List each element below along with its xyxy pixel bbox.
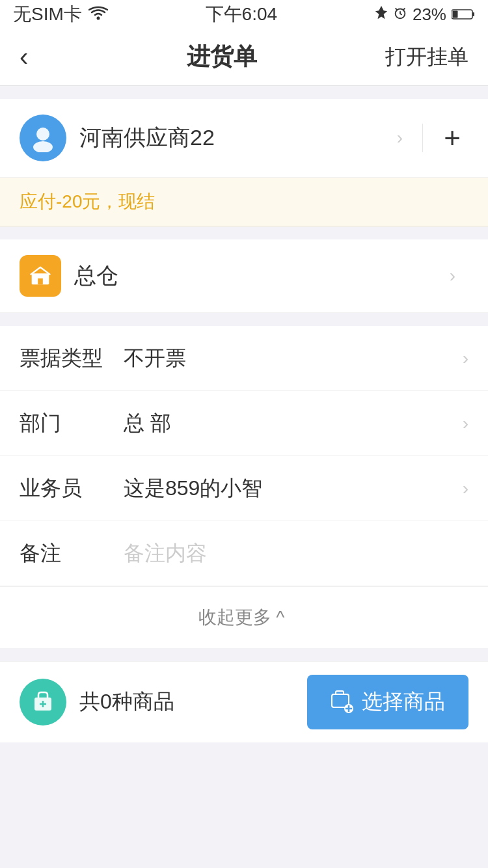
svg-rect-3 (472, 12, 474, 16)
time-label: 下午6:04 (206, 2, 278, 27)
invoice-type-row[interactable]: 票据类型 不开票 › (0, 326, 488, 391)
supplier-row[interactable]: 河南供应商22 › + (0, 99, 488, 178)
warehouse-icon (20, 255, 61, 297)
remark-value[interactable]: 备注内容 (111, 539, 468, 568)
section-gap-1 (0, 86, 488, 99)
invoice-type-value: 不开票 (111, 344, 463, 373)
product-bar: 共0种商品 选择商品 (0, 661, 488, 742)
add-supplier-button[interactable]: + (436, 122, 468, 154)
select-product-label: 选择商品 (362, 688, 445, 716)
location-icon (375, 5, 388, 25)
nav-bar: ‹ 进货单 打开挂单 (0, 29, 488, 86)
department-label: 部门 (20, 409, 111, 438)
remark-label: 备注 (20, 539, 111, 568)
open-pending-button[interactable]: 打开挂单 (385, 43, 468, 72)
supplier-name: 河南供应商22 (79, 123, 397, 153)
wifi-icon (88, 4, 108, 25)
status-left: 无SIM卡 (13, 2, 108, 27)
salesperson-chevron-icon: › (463, 478, 468, 499)
svg-point-6 (33, 141, 53, 152)
invoice-type-label: 票据类型 (20, 344, 111, 373)
fields-section: 票据类型 不开票 › 部门 总 部 › 业务员 这是859的小智 › 备注 备注… (0, 326, 488, 648)
warehouse-chevron-icon: › (450, 265, 455, 286)
svg-point-0 (96, 17, 100, 20)
section-gap-2 (0, 226, 488, 239)
notice-text: 应付-20元，现结 (20, 191, 155, 211)
notice-banner: 应付-20元，现结 (0, 178, 488, 226)
salesperson-value: 这是859的小智 (111, 474, 463, 503)
supplier-avatar (20, 115, 66, 161)
collapse-label: 收起更多 ^ (198, 605, 285, 630)
vertical-divider (422, 124, 423, 152)
product-count-label: 共0种商品 (79, 688, 307, 716)
select-product-button[interactable]: 选择商品 (307, 675, 468, 729)
svg-rect-4 (452, 10, 457, 18)
status-bar: 无SIM卡 下午6:04 23% (0, 0, 488, 29)
warehouse-section: 总仓 › (0, 239, 488, 313)
department-row[interactable]: 部门 总 部 › (0, 391, 488, 456)
department-chevron-icon: › (463, 413, 468, 434)
product-icon (20, 679, 66, 726)
remark-row[interactable]: 备注 备注内容 (0, 521, 488, 586)
battery-icon (452, 5, 475, 25)
alarm-icon (393, 5, 407, 25)
svg-rect-8 (38, 278, 43, 285)
page-title: 进货单 (59, 41, 385, 73)
supplier-section: 河南供应商22 › + 应付-20元，现结 (0, 99, 488, 226)
status-right: 23% (375, 5, 475, 25)
supplier-chevron-icon: › (397, 128, 403, 148)
carrier-label: 无SIM卡 (13, 2, 82, 27)
department-value: 总 部 (111, 409, 463, 438)
svg-point-5 (36, 128, 49, 141)
collapse-button[interactable]: 收起更多 ^ (0, 586, 488, 648)
battery-label: 23% (413, 5, 446, 25)
page-fill (0, 742, 488, 868)
back-button[interactable]: ‹ (20, 42, 59, 72)
warehouse-row[interactable]: 总仓 › (0, 239, 488, 313)
invoice-type-chevron-icon: › (463, 348, 468, 369)
salesperson-row[interactable]: 业务员 这是859的小智 › (0, 456, 488, 521)
section-gap-3 (0, 313, 488, 326)
salesperson-label: 业务员 (20, 474, 111, 503)
warehouse-name: 总仓 (74, 261, 450, 291)
